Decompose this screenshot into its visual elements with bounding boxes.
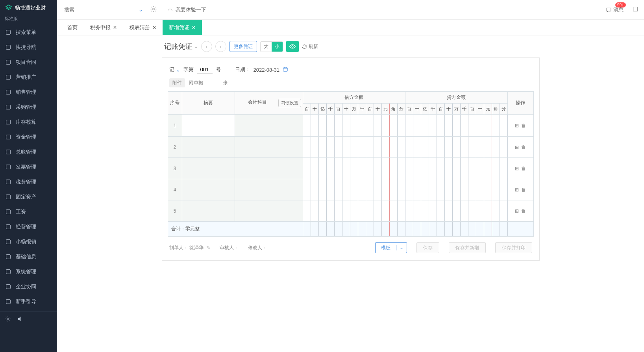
chevron-down-icon[interactable]: ⌄ [194, 44, 198, 49]
delete-row-icon[interactable]: 🗑 [521, 187, 526, 193]
nav-icon [5, 178, 12, 185]
sidebar-item[interactable]: 总账管理 [0, 145, 57, 159]
nav-icon [5, 208, 12, 215]
sidebar-item[interactable]: 企业协同 [0, 279, 57, 294]
tab[interactable]: 新增凭证✕ [163, 20, 202, 35]
add-row-icon[interactable]: ⊞ [515, 187, 519, 193]
view-button[interactable] [286, 41, 299, 52]
nav-icon [5, 268, 12, 275]
table-row: 4⊞🗑 [168, 179, 533, 200]
gear-icon[interactable] [150, 6, 157, 14]
sidebar-item[interactable]: 税务管理 [0, 174, 57, 189]
save-new-button[interactable]: 保存并新增 [449, 242, 486, 253]
col-seq: 序号 [168, 92, 182, 115]
add-row-icon[interactable]: ⊞ [515, 145, 519, 150]
svg-rect-16 [6, 270, 11, 274]
sidebar-item[interactable]: 系统管理 [0, 264, 57, 279]
save-print-button[interactable]: 保存并打印 [495, 242, 532, 253]
sidebar-item-label: 采购管理 [16, 104, 36, 111]
close-icon[interactable]: ✕ [152, 25, 156, 30]
voucher-meta: 记 ⌄ 字第 号 日期： 2022-08-31 [168, 63, 534, 78]
sidebar-item[interactable]: 工资 [0, 204, 57, 219]
subject-cell[interactable] [235, 179, 303, 200]
svg-rect-4 [6, 90, 11, 94]
sidebar-item[interactable]: 基础信息 [0, 249, 57, 264]
nav-icon [5, 223, 12, 230]
delete-row-icon[interactable]: 🗑 [521, 166, 526, 171]
sidebar-item[interactable]: 营销推广 [0, 70, 57, 85]
subject-cell[interactable] [235, 158, 303, 179]
summary-cell[interactable] [182, 200, 235, 222]
save-button[interactable]: 保存 [416, 242, 439, 253]
subject-cell[interactable] [235, 200, 303, 222]
sidebar-item-label: 税务管理 [16, 178, 36, 185]
size-small-button[interactable]: 小 [272, 42, 283, 52]
sidebar-item[interactable]: 发票管理 [0, 159, 57, 174]
attachment-button[interactable]: 附件 [169, 78, 185, 87]
svg-rect-8 [6, 150, 11, 154]
sidebar-item[interactable]: 销售管理 [0, 85, 57, 100]
habit-button[interactable]: 习惯设置 [278, 99, 301, 107]
experience-link[interactable]: 我要体验一下 [167, 6, 206, 13]
calendar-icon[interactable] [283, 67, 288, 73]
add-row-icon[interactable]: ⊞ [515, 166, 519, 171]
sidebar-item[interactable]: 采购管理 [0, 100, 57, 115]
settings-icon[interactable] [5, 316, 11, 323]
svg-rect-2 [6, 60, 11, 65]
sidebar-item[interactable]: 库存核算 [0, 115, 57, 130]
template-button[interactable]: 模板 ⌄ [375, 242, 407, 253]
sidebar-item-label: 基础信息 [16, 253, 36, 260]
subject-cell[interactable] [235, 137, 303, 158]
tab[interactable]: 首页 [61, 20, 84, 35]
summary-cell[interactable] [182, 115, 235, 137]
voucher-toolbar: 记账凭证 ⌄ ‹ › 更多凭证 大 小 刷新 [162, 41, 540, 52]
expand-icon[interactable] [632, 6, 638, 13]
size-large-button[interactable]: 大 [261, 42, 272, 52]
seq-cell: 2 [168, 137, 182, 158]
tab[interactable]: 税表清册✕ [123, 20, 163, 35]
sidebar-item[interactable]: 快捷导航 [0, 40, 57, 55]
sidebar-item-label: 小畅报销 [16, 238, 36, 245]
next-button[interactable]: › [215, 41, 226, 52]
sidebar-item[interactable]: 经营管理 [0, 219, 57, 234]
close-icon[interactable]: ✕ [113, 25, 117, 30]
subject-cell[interactable] [235, 115, 303, 137]
sidebar-item[interactable]: 搜索菜单 [0, 25, 57, 40]
delete-row-icon[interactable]: 🗑 [521, 208, 526, 214]
close-icon[interactable]: ✕ [192, 25, 196, 30]
add-row-icon[interactable]: ⊞ [515, 208, 519, 214]
sidebar-item[interactable]: 新手引导 [0, 294, 57, 309]
sidebar-item[interactable]: 小畅报销 [0, 234, 57, 249]
tabs: 首页税务申报✕税表清册✕新增凭证✕ [57, 20, 644, 35]
more-vouchers-button[interactable]: 更多凭证 [229, 41, 257, 52]
summary-cell[interactable] [182, 179, 235, 200]
sidebar-item[interactable]: 资金管理 [0, 130, 57, 145]
date-value[interactable]: 2022-08-31 [254, 67, 280, 73]
nav-icon [5, 89, 12, 96]
voucher-number-input[interactable] [197, 66, 213, 74]
chevron-down-icon[interactable]: ⌄ [139, 7, 143, 13]
sidebar-item-label: 快捷导航 [16, 44, 36, 51]
table-row: 2⊞🗑 [168, 137, 533, 158]
sidebar-item-label: 系统管理 [16, 268, 36, 275]
summary-cell[interactable] [182, 158, 235, 179]
svg-rect-0 [6, 30, 11, 35]
chevron-down-icon: ⌄ [176, 67, 180, 73]
sound-icon[interactable] [17, 316, 24, 323]
add-row-icon[interactable]: ⊞ [515, 123, 519, 128]
table-row: 5⊞🗑 [168, 200, 533, 222]
summary-input[interactable] [182, 115, 235, 135]
sidebar-item[interactable]: 固定资产 [0, 189, 57, 204]
edit-icon[interactable]: ✎ [206, 245, 210, 250]
messages-button[interactable]: 消息 99+ [605, 6, 624, 13]
refresh-button[interactable]: 刷新 [302, 43, 318, 50]
delete-row-icon[interactable]: 🗑 [521, 123, 526, 128]
sidebar-item[interactable]: 项目合同 [0, 55, 57, 70]
search-input[interactable] [63, 4, 145, 16]
summary-cell[interactable] [182, 137, 235, 158]
delete-row-icon[interactable]: 🗑 [521, 145, 526, 150]
tab[interactable]: 税务申报✕ [84, 20, 123, 35]
voucher-type-select[interactable]: 记 ⌄ [169, 66, 180, 73]
prev-button[interactable]: ‹ [201, 41, 212, 52]
nav-icon [5, 253, 12, 260]
